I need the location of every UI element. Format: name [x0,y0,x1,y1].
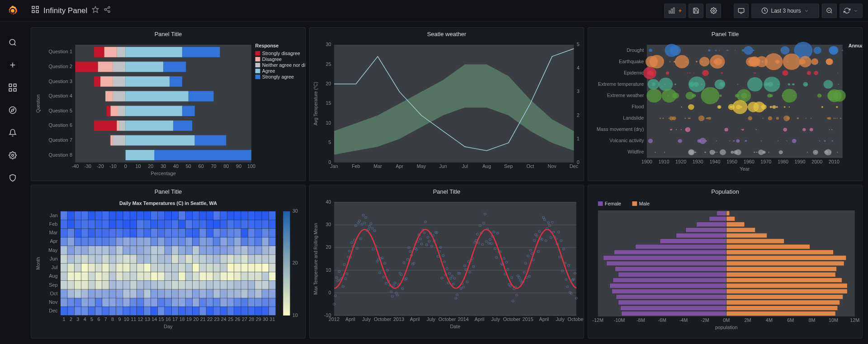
toolbar-divider [724,4,731,18]
svg-rect-562 [130,255,137,263]
svg-rect-428 [88,220,95,228]
dashboards-icon[interactable] [5,80,20,95]
svg-point-361 [813,150,818,155]
svg-rect-613 [262,263,269,272]
svg-point-246 [782,95,783,96]
svg-rect-552 [61,255,67,263]
svg-rect-621 [95,272,102,281]
svg-text:Max Temperature and Rolling Me: Max Temperature and Rolling Mean [313,223,318,295]
svg-rect-595 [137,263,144,272]
svg-rect-1074 [726,300,840,305]
svg-rect-609 [234,263,241,272]
star-icon[interactable] [92,6,99,15]
panel-title[interactable]: Panel Title [31,28,305,40]
search-icon[interactable] [5,35,20,50]
shield-icon[interactable] [5,171,20,185]
svg-point-249 [695,95,696,96]
svg-rect-395 [81,211,88,220]
alerting-icon[interactable] [5,126,20,140]
svg-rect-593 [123,263,130,272]
svg-text:2014: 2014 [458,317,469,322]
svg-rect-11 [671,9,673,13]
svg-rect-45 [100,76,113,87]
svg-point-219 [792,84,794,85]
time-range-picker[interactable]: Last 3 hours [751,4,819,18]
svg-rect-400 [116,211,123,220]
svg-rect-439 [165,220,171,228]
svg-text:4: 4 [84,317,86,322]
tv-mode-button[interactable] [734,4,749,18]
svg-text:0: 0 [124,164,127,169]
save-button[interactable] [689,4,703,18]
svg-text:-20: -20 [97,164,104,169]
panel-title[interactable]: Panel Title [310,185,584,198]
svg-rect-464 [116,229,123,237]
panel-title[interactable]: Panel Title [31,185,305,198]
svg-rect-618 [75,272,81,281]
svg-rect-438 [158,220,165,228]
svg-point-334 [703,140,704,142]
add-panel-button[interactable]: + [664,4,686,18]
svg-rect-536 [172,246,179,255]
svg-rect-761 [179,307,185,316]
svg-text:0: 0 [329,160,331,165]
grafana-logo-icon[interactable] [5,4,20,18]
svg-rect-1071 [616,294,726,299]
svg-rect-584 [61,263,67,272]
settings-button[interactable] [706,4,721,18]
svg-text:1910: 1910 [658,159,669,164]
svg-text:6M: 6M [787,318,794,323]
svg-point-276 [748,102,759,112]
panel-title[interactable]: Population [588,185,862,198]
svg-rect-1042 [726,211,730,215]
svg-rect-773 [262,307,269,316]
svg-rect-1059 [607,261,726,265]
explore-icon[interactable] [5,103,20,117]
svg-text:October: October [374,317,392,322]
svg-point-270 [728,107,730,107]
svg-rect-688 [116,289,123,298]
svg-text:July: July [556,317,565,322]
svg-text:1: 1 [63,317,66,322]
svg-point-182 [754,72,755,74]
svg-rect-531 [137,246,144,255]
svg-point-239 [817,93,822,98]
svg-rect-605 [206,263,213,272]
svg-rect-669 [206,281,213,289]
page-title[interactable]: Infinity Panel [43,6,87,15]
svg-point-295 [672,116,676,120]
svg-text:Volcanic activity: Volcanic activity [609,139,644,144]
svg-rect-454 [269,220,276,228]
panel-title[interactable]: Panel Title [588,28,862,40]
svg-point-237 [770,94,773,97]
refresh-button[interactable] [840,4,863,18]
svg-rect-735 [220,298,227,307]
panel-title[interactable]: Seatle weather [310,28,584,40]
svg-rect-434 [130,220,137,228]
svg-rect-1069 [612,289,726,293]
svg-rect-704 [227,289,234,298]
share-icon[interactable] [104,6,111,15]
svg-rect-25 [14,84,16,87]
svg-point-165 [762,61,764,63]
plus-icon[interactable] [5,58,20,72]
svg-rect-597 [151,263,158,272]
settings-icon[interactable] [5,148,20,163]
svg-text:2M: 2M [745,318,751,323]
svg-rect-751 [109,307,116,316]
svg-rect-472 [172,229,179,237]
svg-rect-414 [213,211,220,220]
svg-line-8 [106,8,108,9]
svg-rect-40 [75,62,98,72]
zoom-out-button[interactable] [822,4,837,18]
svg-point-167 [775,60,780,64]
svg-rect-813 [334,202,576,316]
chart-disasters: DroughtEarthquakeEpidemicExtreme tempera… [588,40,862,181]
chart-weather: JanFebMarAprMayJunJulAugSepOctNovDec0510… [310,40,584,181]
svg-point-282 [684,118,686,119]
svg-text:1960: 1960 [744,159,755,164]
svg-rect-634 [185,272,192,281]
svg-rect-475 [193,229,199,237]
svg-rect-403 [137,211,144,220]
svg-point-366 [714,152,716,153]
